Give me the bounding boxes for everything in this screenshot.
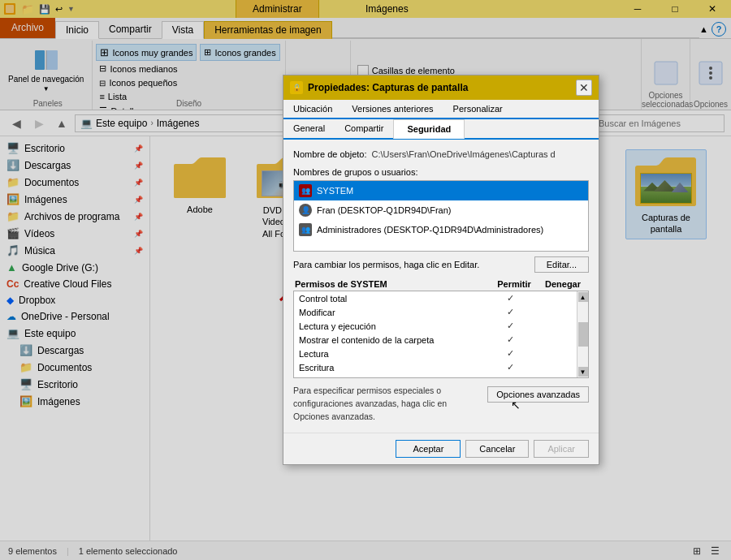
perm-escritura: Escritura ✓ [294,360,588,374]
tab-seguridad[interactable]: Seguridad [393,119,465,139]
perm-mostrar-contenido: Mostrar el contenido de la carpeta ✓ [294,333,588,347]
change-perms-text: Para cambiar los permisos, haga clic en … [293,260,479,269]
admin-user-icon: 👥 [299,223,312,236]
dialog-icon: 🔒 [290,81,303,94]
user-fran[interactable]: 👤 Fran (DESKTOP-Q1DR94D\Fran) [294,200,588,220]
cancelar-btn[interactable]: Cancelar [465,440,529,458]
dialog-overlay: 🔒 Propiedades: Capturas de pantalla ✕ Ub… [0,0,731,560]
dialog-footer: Aceptar Cancelar Aplicar [283,433,599,464]
aceptar-btn[interactable]: Aceptar [396,440,461,458]
perm-lectura-ejecucion: Lectura y ejecución ✓ [294,319,588,333]
user-list: 👥 SYSTEM 👤 Fran (DESKTOP-Q1DR94D\Fran) 👥… [293,180,589,252]
perm-modificar: Modificar ✓ [294,305,588,319]
fran-user-icon: 👤 [299,204,312,217]
special-info-text: Para especificar permisos especiales o c… [293,385,472,423]
perms-table: Control total ✓ Modificar ✓ Lectura y ej… [293,291,589,378]
object-label: Nombre de objeto: [293,149,367,159]
dialog-title: Propiedades: Capturas de pantalla [308,82,571,93]
perm-lectura: Lectura ✓ [294,347,588,360]
object-value: C:\Users\Fran\OneDrive\Imágenes\Capturas… [372,149,556,159]
tab-compartir[interactable]: Compartir [335,119,393,138]
perm-control-total: Control total ✓ [294,291,588,305]
user-admin[interactable]: 👥 Administradores (DESKTOP-Q1DR94D\Admin… [294,220,588,239]
allow-check4: ✓ [486,334,534,345]
tab-personalizar[interactable]: Personalizar [443,100,513,118]
edit-btn[interactable]: Editar... [534,256,589,273]
tab-general[interactable]: General [283,119,335,138]
system-user-icon: 👥 [299,184,312,197]
groups-label: Nombres de grupos o usuarios: [293,167,589,177]
perms-title: Permisos de SYSTEM [295,279,490,289]
tab-ubicacion[interactable]: Ubicación [283,100,342,118]
dialog-title-bar: 🔒 Propiedades: Capturas de pantalla ✕ [283,75,599,100]
allow-check2: ✓ [486,307,534,317]
perms-deny-header: Denegar [539,279,587,289]
allow-check3: ✓ [486,321,534,331]
dialog-close-btn[interactable]: ✕ [576,80,592,96]
perms-allow-header: Permitir [490,279,539,289]
tab-versiones[interactable]: Versiones anteriores [342,100,443,118]
aplicar-btn[interactable]: Aplicar [534,440,589,458]
user-system[interactable]: 👥 SYSTEM [294,181,588,200]
allow-check6: ✓ [486,362,534,373]
allow-check: ✓ [486,293,534,304]
allow-check5: ✓ [486,348,534,359]
advanced-btn[interactable]: Opciones avanzadas [487,386,589,403]
dialog: 🔒 Propiedades: Capturas de pantalla ✕ Ub… [283,75,599,465]
